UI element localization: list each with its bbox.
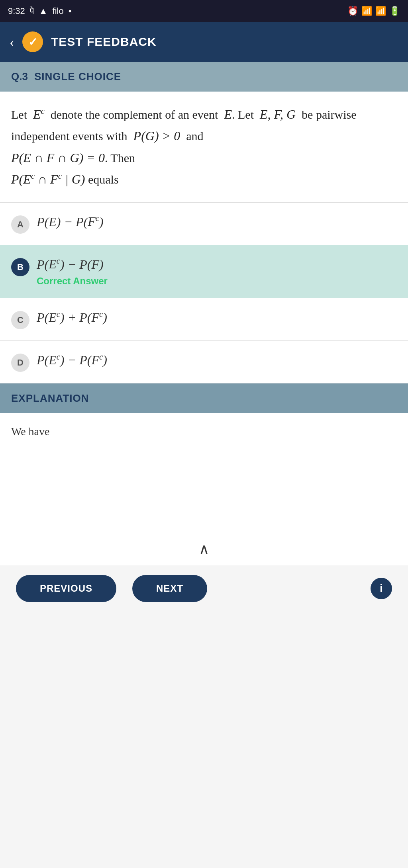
question-number: Q.3 xyxy=(11,70,28,83)
option-b-badge: B xyxy=(11,258,29,276)
explanation-title: EXPLANATION xyxy=(11,392,89,404)
question-type: SINGLE CHOICE xyxy=(34,70,121,83)
option-a-badge: A xyxy=(11,215,29,234)
back-button[interactable]: ‹ xyxy=(10,33,14,50)
header-title: TEST FEEDBACK xyxy=(51,35,157,49)
question-text: Let Ec denote the complement of an event… xyxy=(11,104,397,190)
option-d-badge: D xyxy=(11,354,29,372)
scroll-indicator: ∧ xyxy=(0,533,408,565)
option-b[interactable]: B P(Ec) − P(F) Correct Answer xyxy=(0,245,408,299)
option-c[interactable]: C P(Ec) + P(Fc) xyxy=(0,298,408,341)
alarm-icon: ⏰ xyxy=(347,6,358,16)
option-a-formula: P(E) − P(Fc) xyxy=(37,214,104,229)
option-a-content: P(E) − P(Fc) xyxy=(37,214,104,229)
option-d-formula: P(Ec) − P(Fc) xyxy=(37,352,107,368)
status-appname: filo xyxy=(53,6,64,16)
option-d[interactable]: D P(Ec) − P(Fc) xyxy=(0,341,408,383)
correct-answer-label: Correct Answer xyxy=(37,276,108,287)
wifi-icon: 📶 xyxy=(361,6,372,16)
caret-up-icon: ∧ xyxy=(199,541,209,557)
explanation-text: We have xyxy=(11,425,397,438)
status-bar: 9:32 पे ▲ filo • ⏰ 📶 📶 🔋 xyxy=(0,0,408,22)
explanation-body: We have xyxy=(0,413,408,533)
bottom-navigation: PREVIOUS NEXT i xyxy=(0,565,408,618)
app-header: ‹ ✓ TEST FEEDBACK xyxy=(0,22,408,62)
question-section-header: Q.3 SINGLE CHOICE xyxy=(0,62,408,92)
status-right: ⏰ 📶 📶 🔋 xyxy=(347,6,400,16)
status-warning-icon: ▲ xyxy=(39,6,48,16)
status-time: 9:32 xyxy=(8,6,25,16)
option-b-content: P(Ec) − P(F) Correct Answer xyxy=(37,256,108,287)
check-icon: ✓ xyxy=(22,31,43,52)
check-mark: ✓ xyxy=(28,35,37,49)
explanation-header: EXPLANATION xyxy=(0,383,408,413)
status-dot: • xyxy=(69,6,72,16)
option-c-formula: P(Ec) + P(Fc) xyxy=(37,309,107,325)
signal-icon: 📶 xyxy=(375,6,386,16)
next-button[interactable]: NEXT xyxy=(132,575,207,602)
option-c-badge: C xyxy=(11,311,29,329)
battery-icon: 🔋 xyxy=(389,6,400,16)
option-c-content: P(Ec) + P(Fc) xyxy=(37,309,107,325)
option-b-formula: P(Ec) − P(F) xyxy=(37,256,108,272)
option-a[interactable]: A P(E) − P(Fc) xyxy=(0,203,408,245)
status-indicator1: पे xyxy=(30,6,34,16)
option-d-content: P(Ec) − P(Fc) xyxy=(37,352,107,368)
previous-button[interactable]: PREVIOUS xyxy=(16,575,116,602)
question-body: Let Ec denote the complement of an event… xyxy=(0,92,408,203)
status-left: 9:32 पे ▲ filo • xyxy=(8,6,71,16)
info-button[interactable]: i xyxy=(371,578,392,599)
math-ec: Ec xyxy=(33,107,45,121)
